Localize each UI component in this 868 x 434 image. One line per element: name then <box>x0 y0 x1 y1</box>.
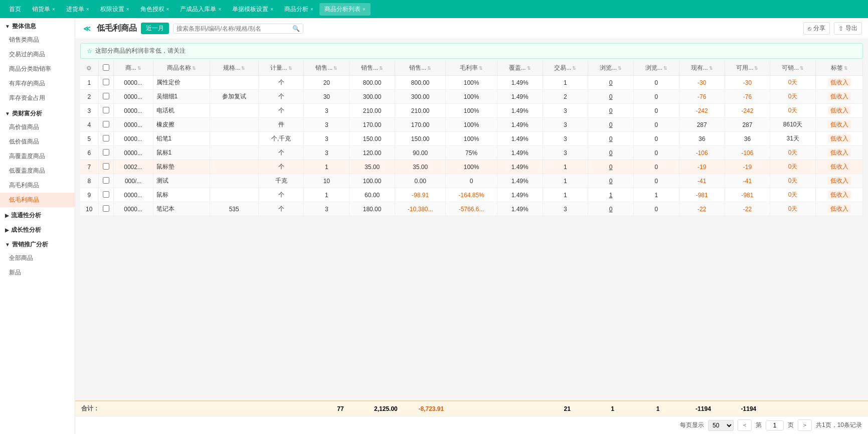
sidebar-item-low-coverage[interactable]: 低覆盖度商品 <box>0 164 75 178</box>
sidebar-item-capital[interactable]: 库存资金占用 <box>0 91 75 105</box>
sidebar-item-sales-goods[interactable]: 销售类商品 <box>0 33 75 47</box>
prev-page-btn[interactable]: ＜ <box>738 419 752 431</box>
row-usable: 36 <box>725 132 770 146</box>
row-current: -19 <box>679 160 725 174</box>
nav-product-analysis[interactable]: 商品分析 × <box>279 3 318 16</box>
row-checkbox[interactable] <box>98 174 113 188</box>
row-browse1[interactable]: 0 <box>588 202 634 216</box>
row-checkbox[interactable] <box>98 118 113 132</box>
nav-template-settings[interactable]: 单据模板设置 × <box>227 3 278 16</box>
row-browse1[interactable]: 0 <box>588 118 634 132</box>
sidebar-item-in-stock[interactable]: 有库存的商品 <box>0 76 75 91</box>
sort-trade-icon[interactable]: ⇅ <box>572 66 576 71</box>
filter-button[interactable]: 近一月 <box>141 23 169 34</box>
row-checkbox[interactable] <box>98 76 113 90</box>
page-number-input[interactable] <box>766 420 784 430</box>
nav-close-product-analysis[interactable]: × <box>310 7 313 12</box>
row-checkbox[interactable] <box>98 132 113 146</box>
sort-margin-icon[interactable]: ⇅ <box>479 66 483 71</box>
sort-unit-icon[interactable]: ⇅ <box>288 66 292 71</box>
nav-home[interactable]: 首页 <box>4 3 26 16</box>
nav-sales[interactable]: 销货单 × <box>27 3 60 16</box>
sidebar-item-high-value[interactable]: 高价值商品 <box>0 120 75 134</box>
sidebar-item-low-margin[interactable]: 低毛利商品 <box>0 193 75 207</box>
nav-product-analysis-list[interactable]: 商品分析列表 × <box>319 3 371 16</box>
sort-sellable-icon[interactable]: ⇅ <box>800 66 804 71</box>
row-checkbox[interactable] <box>98 202 113 216</box>
sidebar-item-new-goods[interactable]: 新品 <box>0 265 75 280</box>
row-checkbox[interactable] <box>98 160 113 174</box>
sort-code-icon[interactable]: ⇅ <box>137 66 141 71</box>
sort-coverage-icon[interactable]: ⇅ <box>527 66 531 71</box>
sort-current-icon[interactable]: ⇅ <box>709 66 713 71</box>
sort-name-icon[interactable]: ⇅ <box>192 66 196 71</box>
row-browse1[interactable]: 0 <box>588 90 634 104</box>
sidebar-section-circulation[interactable]: ▶ 流通性分析 <box>0 207 75 222</box>
sort-spec-icon[interactable]: ⇅ <box>241 66 245 71</box>
sidebar-item-traded-goods[interactable]: 交易过的商品 <box>0 47 75 62</box>
sort-browse2-icon[interactable]: ⇅ <box>663 66 667 71</box>
sidebar-collapse-btn[interactable]: ≪ <box>81 23 93 35</box>
row-name: 橡皮擦 <box>153 118 210 132</box>
row-checkbox[interactable] <box>98 90 113 104</box>
row-browse1[interactable]: 0 <box>588 104 634 118</box>
sort-sales2-icon[interactable]: ⇅ <box>379 66 383 71</box>
nav-close-product-analysis-list[interactable]: × <box>363 7 366 12</box>
row-browse1[interactable]: 0 <box>588 76 634 90</box>
nav-close-role-auth[interactable]: × <box>166 7 169 12</box>
row-unit: 个 <box>258 104 304 118</box>
sidebar-arrow-wealth: ▼ <box>5 111 10 116</box>
nav-close-sales[interactable]: × <box>52 7 55 12</box>
page-size-select[interactable]: 50 20 100 <box>708 420 734 431</box>
sidebar-section-marketing[interactable]: ▼ 营销推广分析 <box>0 236 75 251</box>
sort-sales3-icon[interactable]: ⇅ <box>427 66 431 71</box>
sidebar-item-high-margin[interactable]: 高毛利商品 <box>0 178 75 193</box>
sidebar-section-growth[interactable]: ▶ 成长性分析 <box>0 222 75 236</box>
table-row: 5 0000... 铅笔1 个,千克 3 150.00 150.00 100% … <box>80 132 863 146</box>
row-current: -242 <box>679 104 725 118</box>
sidebar-item-high-coverage[interactable]: 高覆盖度商品 <box>0 149 75 164</box>
row-coverage: 1.49% <box>497 160 543 174</box>
next-page-btn[interactable]: ＞ <box>798 419 812 431</box>
row-margin: -5766.6... <box>446 202 497 216</box>
sidebar-item-category-rate[interactable]: 商品分类助销率 <box>0 62 75 76</box>
footer-current: -1194 <box>680 405 726 412</box>
sidebar-section-overall[interactable]: ▼ 整体信息 <box>0 18 75 33</box>
nav-role-auth[interactable]: 角色授权 × <box>135 3 175 16</box>
page-title: 低毛利商品 <box>97 23 137 34</box>
sidebar-section-wealth[interactable]: ▼ 类财富分析 <box>0 105 75 120</box>
search-box[interactable]: 🔍 <box>173 24 303 34</box>
search-icon[interactable]: 🔍 <box>292 25 300 32</box>
select-all-checkbox[interactable] <box>103 64 109 71</box>
nav-close-permissions[interactable]: × <box>126 7 129 12</box>
share-button[interactable]: ⎋ 分享 <box>803 22 830 35</box>
col-checkbox[interactable] <box>98 61 113 76</box>
sidebar-item-low-value[interactable]: 低价值商品 <box>0 134 75 149</box>
row-browse1[interactable]: 0 <box>588 146 634 160</box>
settings-icon[interactable]: ⚙ <box>86 65 92 72</box>
nav-close-purchase[interactable]: × <box>86 7 89 12</box>
table-row: 10 0000... 笔记本 535 个 3 180.00 -10,380...… <box>80 202 863 216</box>
row-checkbox[interactable] <box>98 146 113 160</box>
row-checkbox[interactable] <box>98 188 113 202</box>
search-input[interactable] <box>177 25 292 32</box>
nav-close-product-entry[interactable]: × <box>218 7 221 12</box>
row-browse1[interactable]: 1 <box>588 188 634 202</box>
sort-sales1-icon[interactable]: ⇅ <box>333 66 337 71</box>
nav-purchase[interactable]: 进货单 × <box>61 3 94 16</box>
nav-close-template-settings[interactable]: × <box>270 7 273 12</box>
sort-browse1-icon[interactable]: ⇅ <box>618 66 622 71</box>
sidebar-item-all-goods[interactable]: 全部商品 <box>0 251 75 265</box>
export-button[interactable]: ⇧ 导出 <box>834 22 862 35</box>
row-checkbox[interactable] <box>98 104 113 118</box>
table-wrapper[interactable]: ⚙ 商...⇅ 商品名称⇅ 规格...⇅ 计量...⇅ 销售...⇅ 销售...… <box>80 61 863 400</box>
row-browse1[interactable]: 0 <box>588 174 634 188</box>
sort-tag-icon[interactable]: ⇅ <box>844 66 848 71</box>
row-browse1[interactable]: 0 <box>588 132 634 146</box>
row-browse1[interactable]: 0 <box>588 160 634 174</box>
sort-usable-icon[interactable]: ⇅ <box>754 66 758 71</box>
nav-permissions[interactable]: 权限设置 × <box>95 3 134 16</box>
col-settings[interactable]: ⚙ <box>80 61 98 76</box>
row-unit: 个 <box>258 90 304 104</box>
nav-product-entry[interactable]: 产成品入库单 × <box>175 3 226 16</box>
